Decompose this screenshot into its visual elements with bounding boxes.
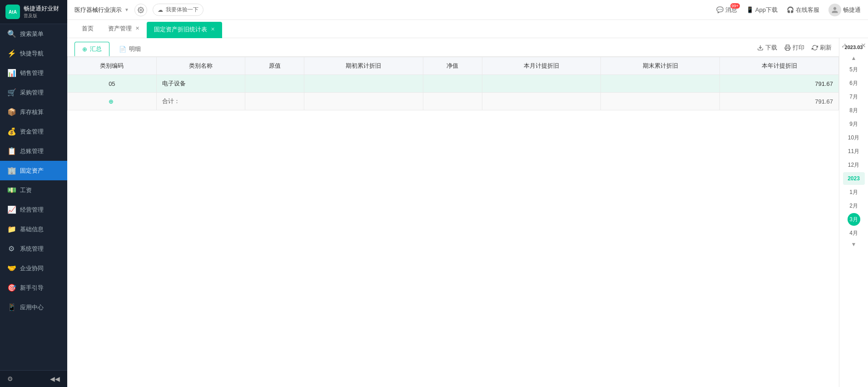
cell-original-value bbox=[245, 75, 304, 93]
tab-asset-manage[interactable]: 资产管理 ✕ bbox=[101, 20, 147, 38]
tab-depreciation-label: 固定资产折旧统计表 bbox=[154, 25, 207, 34]
sidebar-item-search[interactable]: 🔍 搜索菜单 bbox=[0, 24, 67, 44]
sidebar-item-sales[interactable]: 📊 销售管理 bbox=[0, 63, 67, 83]
total-annual-depr: 791.67 bbox=[720, 93, 839, 110]
topbar-right: 💬 消息 99+ 📱 App下载 🎧 在线客服 畅捷通 bbox=[716, 4, 861, 16]
sidebar-item-label: 总账管理 bbox=[20, 147, 44, 155]
appstore-icon: 📱 bbox=[7, 303, 15, 312]
page-content: ⊕ 汇总 📄 明细 下载 打印 bbox=[67, 38, 868, 387]
sidebar-item-operations[interactable]: 📈 经营管理 bbox=[0, 200, 67, 219]
col-code: 类别编码 bbox=[68, 57, 157, 75]
calendar-nav-down[interactable]: ▼ bbox=[849, 240, 858, 249]
sidebar-logo: AtA 畅捷通好业财 普及版 bbox=[0, 0, 67, 24]
sidebar-item-label: 新手引导 bbox=[20, 284, 44, 292]
sidebar-item-inventory[interactable]: 📦 库存核算 bbox=[0, 102, 67, 122]
topbar-settings-button[interactable] bbox=[134, 4, 147, 16]
calendar-nav-up[interactable]: ▲ bbox=[849, 54, 858, 63]
sidebar-item-label: 基础信息 bbox=[20, 225, 44, 233]
customer-service-label: 在线客服 bbox=[796, 6, 819, 14]
subtab-summary-label: 汇总 bbox=[90, 45, 102, 53]
cal-month-7[interactable]: 7月 bbox=[843, 90, 865, 103]
col-annual-depr: 本年计提折旧 bbox=[720, 57, 839, 75]
cal-month-3-active[interactable]: 3月 bbox=[848, 213, 860, 226]
cloud-icon: ☁ bbox=[158, 7, 163, 13]
topbar: 医疗器械行业演示 ▼ ☁ 我要体验一下 💬 消息 99+ 📱 App下载 bbox=[67, 0, 868, 20]
total-label-cell: ⊕ bbox=[68, 93, 157, 110]
tab-depreciation-close[interactable]: ✕ bbox=[211, 26, 215, 32]
sidebar-item-fixed-assets[interactable]: 🏢 固定资产 bbox=[0, 161, 67, 180]
sidebar-item-label: 工资 bbox=[20, 186, 32, 194]
col-net-value: 净值 bbox=[423, 57, 482, 75]
sidebar-item-ledger[interactable]: 📋 总账管理 bbox=[0, 141, 67, 161]
sidebar-item-label: 搜索菜单 bbox=[20, 30, 44, 38]
tab-asset-manage-close[interactable]: ✕ bbox=[135, 25, 139, 31]
sidebar-item-basic[interactable]: 📁 基础信息 bbox=[0, 219, 67, 239]
cal-month-10[interactable]: 10月 bbox=[843, 131, 865, 144]
folder-icon: 📁 bbox=[7, 225, 15, 233]
sidebar-item-quicknav[interactable]: ⚡ 快捷导航 bbox=[0, 44, 67, 63]
svg-rect-2 bbox=[786, 48, 789, 50]
tab-home[interactable]: 首页 bbox=[74, 20, 101, 38]
topbar-left: 医疗器械行业演示 ▼ ☁ 我要体验一下 bbox=[74, 4, 203, 16]
sidebar-item-label: 经营管理 bbox=[20, 206, 44, 214]
subtab-summary[interactable]: ⊕ 汇总 bbox=[74, 42, 109, 56]
sidebar-item-label: 系统管理 bbox=[20, 245, 44, 253]
refresh-button[interactable]: 刷新 bbox=[812, 44, 832, 52]
cal-month-6[interactable]: 6月 bbox=[843, 77, 865, 89]
cal-month-9[interactable]: 9月 bbox=[843, 118, 865, 130]
calendar-panel: ⤢ 2023.03 ✕ ▲ 5月 6月 7月 8月 9月 10月 11月 12月… bbox=[839, 38, 868, 387]
company-selector[interactable]: 医疗器械行业演示 ▼ bbox=[74, 6, 129, 14]
payroll-icon: 💵 bbox=[7, 186, 15, 194]
cell-annual-depr: 791.67 bbox=[720, 75, 839, 93]
total-ending-accum-depr bbox=[601, 93, 720, 110]
subtab-detail-icon: 📄 bbox=[119, 46, 126, 53]
messages-button[interactable]: 💬 消息 99+ bbox=[716, 6, 737, 14]
app-download-button[interactable]: 📱 App下载 bbox=[746, 6, 778, 14]
calendar-expand-icon[interactable]: ⤢ bbox=[841, 42, 847, 49]
print-button[interactable]: 打印 bbox=[784, 44, 804, 52]
sidebar-item-purchase[interactable]: 🛒 采购管理 bbox=[0, 83, 67, 102]
sidebar-item-label: 快捷导航 bbox=[20, 50, 44, 58]
cal-month-2[interactable]: 2月 bbox=[843, 199, 865, 212]
total-original-value bbox=[245, 93, 304, 110]
cal-month-1[interactable]: 1月 bbox=[843, 186, 865, 198]
sidebar-item-collab[interactable]: 🤝 企业协同 bbox=[0, 258, 67, 278]
print-label: 打印 bbox=[793, 44, 804, 52]
cal-month-11[interactable]: 11月 bbox=[843, 145, 865, 158]
sidebar-item-payroll[interactable]: 💵 工资 bbox=[0, 180, 67, 200]
tab-asset-manage-label: 资产管理 bbox=[108, 25, 132, 33]
app-download-label: App下载 bbox=[755, 6, 778, 14]
cal-month-4[interactable]: 4月 bbox=[843, 227, 865, 239]
customer-service-button[interactable]: 🎧 在线客服 bbox=[787, 6, 819, 14]
try-experience-button[interactable]: ☁ 我要体验一下 bbox=[153, 4, 203, 16]
cal-year-label[interactable]: 2023 bbox=[843, 172, 865, 185]
building-icon: 🏢 bbox=[7, 166, 15, 175]
ledger-icon: 📋 bbox=[7, 147, 15, 155]
cal-month-5[interactable]: 5月 bbox=[843, 63, 865, 76]
calendar-close-icon[interactable]: ✕ bbox=[861, 42, 866, 49]
collapse-icon[interactable]: ◀◀ bbox=[50, 375, 60, 382]
sidebar-item-system[interactable]: ⚙ 系统管理 bbox=[0, 239, 67, 258]
sidebar-item-label: 固定资产 bbox=[20, 167, 44, 175]
tab-depreciation[interactable]: 固定资产折旧统计表 ✕ bbox=[147, 22, 222, 38]
sidebar-item-label: 企业协同 bbox=[20, 264, 44, 273]
total-label: 合计： bbox=[156, 93, 245, 110]
user-profile-button[interactable]: 畅捷通 bbox=[828, 4, 861, 16]
sidebar-item-finance[interactable]: 💰 资金管理 bbox=[0, 122, 67, 141]
col-ending-accum-depr: 期末累计折旧 bbox=[601, 57, 720, 75]
subtab-detail[interactable]: 📄 明细 bbox=[111, 42, 149, 56]
table-row[interactable]: 05 电子设备 791.67 bbox=[68, 75, 839, 93]
subtab-bar: ⊕ 汇总 📄 明细 下载 打印 bbox=[67, 38, 839, 57]
total-monthly-depr bbox=[482, 93, 601, 110]
cal-month-8[interactable]: 8月 bbox=[843, 104, 865, 117]
sidebar: AtA 畅捷通好业财 普及版 🔍 搜索菜单 ⚡ 快捷导航 📊 销售管理 🛒 采购… bbox=[0, 0, 67, 387]
collab-icon: 🤝 bbox=[7, 264, 15, 273]
download-button[interactable]: 下载 bbox=[757, 44, 777, 52]
cal-month-12[interactable]: 12月 bbox=[843, 159, 865, 171]
total-net-value bbox=[423, 93, 482, 110]
settings-bottom-icon[interactable]: ⚙ bbox=[7, 375, 13, 382]
sidebar-item-guide[interactable]: 🎯 新手引导 bbox=[0, 278, 67, 298]
sidebar-item-appstore[interactable]: 📱 应用中心 bbox=[0, 298, 67, 317]
subtab-summary-icon: ⊕ bbox=[82, 46, 87, 53]
depreciation-table-container: 类别编码 类别名称 原值 期初累计折旧 净值 本月计提折旧 期末累计折旧 本年计… bbox=[67, 57, 839, 387]
